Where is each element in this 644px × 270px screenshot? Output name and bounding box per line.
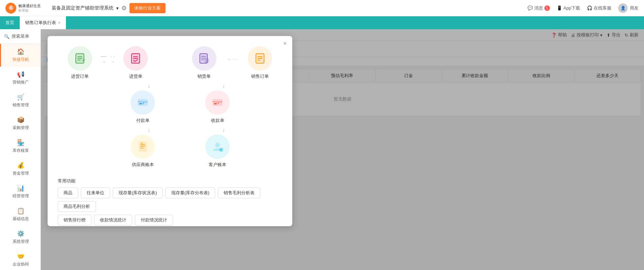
flow-node-receipt-bill[interactable]: ¥ 收款单 [197, 90, 238, 124]
sidebar-item-sales[interactable]: 🛒 销售管理 [0, 89, 40, 112]
flow-node-sales-bill[interactable]: 销货单 [186, 46, 223, 79]
func-btn-inventory-dist[interactable]: 现存量(库存分布表) [166, 187, 215, 198]
down-arrow-sales-bill: ↓ [197, 83, 238, 89]
headset-icon: 🎧 [587, 5, 592, 11]
gear-button[interactable]: ⚙ [121, 4, 127, 12]
receipt-bill-label: 收款单 [211, 118, 224, 124]
svg-text:账: 账 [141, 142, 143, 144]
sidebar-item-inventory[interactable]: 🏪 库存核算 [0, 135, 40, 158]
payment-bill-label: 付款单 [136, 118, 150, 124]
func-btn-sales-margin[interactable]: 销售毛利分析表 [218, 187, 260, 198]
svg-rect-26 [214, 103, 217, 104]
online-service-label: 在线客服 [594, 5, 611, 11]
avatar: 👤 [618, 3, 628, 13]
sales-bill-label: 销货单 [197, 73, 211, 79]
supplier-ledger-icon: 账 [130, 134, 155, 159]
phone-icon: 📱 [557, 5, 562, 11]
marketing-icon: 📢 [17, 71, 24, 78]
tab-home-label: 首页 [5, 20, 14, 26]
func-buttons-row: 商品 往来单位 现存量(库存状况表) 现存量(库存分布表) 销售毛利分析表 商品… [58, 187, 282, 212]
tab-sales-order[interactable]: 销售订单执行表 × [20, 16, 66, 29]
system-dropdown-arrow[interactable]: ▾ [116, 5, 119, 11]
flow-node-purchase-order[interactable]: 进货订单 [61, 46, 99, 79]
finance-icon: 💰 [17, 162, 24, 169]
sidebar-item-collab[interactable]: 🤝 企业协同 [0, 249, 40, 270]
flow-node-customer-ledger[interactable]: 客户账本 [197, 134, 238, 168]
flow-arrows-down-row: ↓ ↓ [61, 83, 279, 89]
flow-node-supplier-ledger[interactable]: 账 供应商账本 [122, 134, 163, 168]
tab-close-icon[interactable]: × [58, 20, 60, 25]
sidebar-item-purchase[interactable]: 📦 采购管理 [0, 112, 40, 135]
purchase-order-label: 进货订单 [71, 73, 89, 79]
app-download-label: App下载 [563, 5, 580, 11]
sidebar-item-basic[interactable]: 📋 基础信息 [0, 203, 40, 226]
message-item[interactable]: 💬 消息 5 [527, 5, 550, 11]
sales-order-label: 销售订单 [251, 73, 269, 79]
system-icon: ⚙️ [17, 230, 24, 237]
top-header: ⑥ 畅康通好生意 标准版 装备及固定资产辅助管理系统 ▾ ⚙ 体验行业方案 💬 … [0, 0, 644, 16]
sidebar-item-marketing[interactable]: 📢 营销推广 [0, 67, 40, 89]
arrow-sales-order-to-bill: ← - - [223, 57, 241, 69]
sidebar-label-collab: 企业协同 [13, 262, 29, 267]
user-area[interactable]: 👤 用友 [618, 3, 639, 13]
flow-node-payment-bill[interactable]: ¥ 付款单 [122, 90, 163, 124]
app-download-item[interactable]: 📱 App下载 [557, 5, 580, 11]
tab-home[interactable]: 首页 [0, 16, 20, 29]
flow-node-sales-order[interactable]: 销售订单 [241, 46, 279, 79]
func-btn-product[interactable]: 商品 [58, 187, 78, 198]
app-subtitle: 标准版 [18, 8, 41, 13]
flow-node-purchase-bill[interactable]: 进货单 [117, 46, 155, 79]
message-label: 消息 [534, 5, 543, 11]
func-btn-receipt-stats[interactable]: 收款情况统计 [94, 215, 132, 226]
func-btn-payment-stats[interactable]: 付款情况统计 [135, 215, 173, 226]
svg-text:¥: ¥ [217, 102, 219, 105]
svg-point-33 [215, 143, 220, 147]
home-icon: 🏠 [17, 48, 24, 55]
tab-sales-order-label: 销售订单执行表 [25, 20, 56, 26]
header-right: 💬 消息 5 📱 App下载 🎧 在线客服 👤 用友 [527, 3, 639, 13]
search-icon: 🔍 [4, 34, 10, 39]
sidebar-label-sales: 销售管理 [13, 102, 29, 108]
func-btn-inventory-status[interactable]: 现存量(库存状况表) [113, 187, 163, 198]
sidebar: 🔍 搜索菜单 🏠 快捷导航 📢 营销推广 🛒 销售管理 📦 采购管理 🏪 库存核… [0, 29, 41, 270]
flow-row-2: ¥ 付款单 [61, 90, 279, 124]
sidebar-label-purchase: 采购管理 [13, 125, 29, 131]
sales-bill-icon [192, 46, 216, 71]
logo-text: 畅康通好生意 标准版 [18, 3, 41, 13]
func-btn-contact[interactable]: 往来单位 [81, 187, 110, 198]
flow-row-3: 账 供应商账本 [61, 134, 279, 168]
modal-overlay: × [41, 29, 644, 270]
purchase-order-icon [68, 46, 92, 71]
collab-icon: 🤝 [17, 253, 24, 260]
sidebar-item-finance[interactable]: 💰 资金管理 [0, 158, 40, 180]
func-btn-product-margin[interactable]: 商品毛利分析 [58, 201, 96, 212]
inventory-icon: 🏪 [17, 139, 24, 146]
purchase-bill-label: 进货单 [129, 73, 142, 79]
sales-icon: 🛒 [17, 93, 24, 101]
func-btn-sales-rank[interactable]: 销售排行榜 [58, 215, 91, 226]
sidebar-item-quick-nav[interactable]: 🏠 快捷导航 [0, 44, 40, 67]
app-name: 畅康通好生意 [18, 3, 41, 8]
receipt-bill-icon: ¥ [205, 90, 230, 115]
tab-bar: 首页 销售订单执行表 × [0, 16, 644, 29]
basic-icon: 📋 [17, 207, 24, 215]
system-title: 装备及固定资产辅助管理系统 [52, 5, 114, 11]
sidebar-item-operation[interactable]: 📊 经营管理 [0, 180, 40, 203]
search-menu-button[interactable]: 🔍 搜索菜单 [3, 32, 38, 41]
customer-ledger-label: 客户账本 [209, 162, 226, 168]
sidebar-label-finance: 资金管理 [13, 170, 29, 176]
common-func-title: 常用功能 [58, 178, 282, 184]
flow-area: 进货订单 - - → [48, 36, 292, 178]
sidebar-label-quick-nav: 快捷导航 [13, 57, 29, 62]
sidebar-search-area: 🔍 搜索菜单 [0, 29, 40, 44]
logo-icon: ⑥ [5, 3, 16, 14]
trial-button[interactable]: 体验行业方案 [129, 3, 166, 13]
supplier-ledger-label: 供应商账本 [132, 162, 154, 168]
sidebar-item-system[interactable]: ⚙️ 系统管理 [0, 226, 40, 249]
operation-icon: 📊 [17, 184, 24, 192]
online-service-item[interactable]: 🎧 在线客服 [587, 5, 611, 11]
system-title-area: 装备及固定资产辅助管理系统 ▾ ⚙ 体验行业方案 [46, 3, 521, 13]
modal-close-button[interactable]: × [283, 40, 287, 47]
sidebar-label-marketing: 营销推广 [13, 79, 29, 85]
svg-rect-22 [139, 103, 142, 104]
